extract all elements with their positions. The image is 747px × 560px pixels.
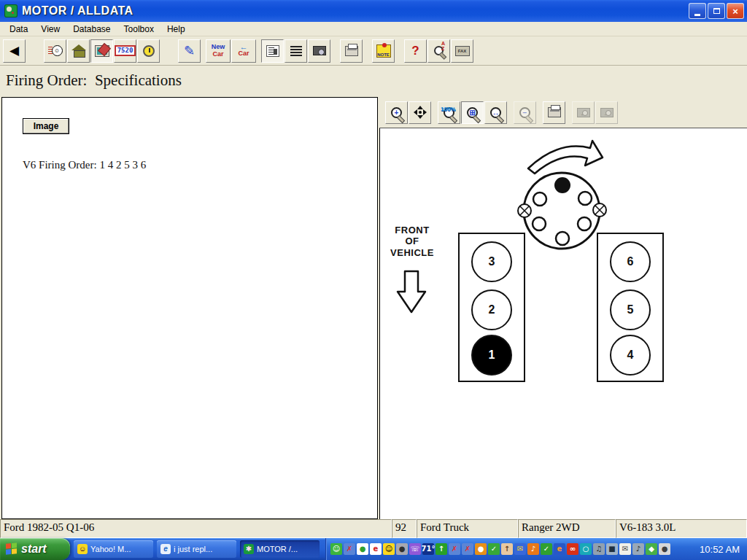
menu-bar: Data View Database Toolbox Help (0, 22, 747, 36)
content-area: Image V6 Firing Order: 1 4 2 5 3 6 + 100… (0, 97, 747, 519)
camera-next-icon: → (600, 108, 614, 117)
weather-71-icon[interactable]: 71° (422, 543, 434, 555)
menu-database[interactable]: Database (66, 23, 117, 36)
printer-icon (548, 107, 561, 117)
status-make: Ford Truck (417, 519, 518, 538)
mascot-button[interactable]: ☺ (44, 39, 66, 63)
camera-icon (313, 46, 326, 55)
hand-pointer-icon[interactable]: ↑ (501, 543, 513, 555)
task-browser[interactable]: e i just repl... (157, 540, 236, 558)
yahoo-smiley-icon[interactable]: ☺ (383, 543, 395, 555)
camera-tray-icon[interactable]: ● (396, 543, 408, 555)
previous-image-button[interactable]: ← (572, 101, 595, 124)
mouse-settings-icon[interactable]: ● (659, 543, 670, 555)
phone-icon[interactable]: ☏ (409, 543, 421, 555)
status-engine: V6-183 3.0L (616, 519, 747, 538)
doc-image-icon (266, 45, 279, 57)
help-button[interactable]: ? (404, 39, 427, 63)
outgoing-mail-icon[interactable]: ✉ (514, 543, 526, 555)
close-button[interactable]: × (727, 3, 744, 19)
garage-button[interactable] (67, 39, 90, 63)
pan-icon (414, 106, 427, 119)
text-lines-icon (290, 46, 302, 56)
image-link-button[interactable]: Image (23, 118, 69, 134)
timer-button[interactable] (137, 39, 160, 63)
fit-page-button[interactable]: ⊞ (461, 101, 484, 124)
speaker-icon[interactable]: ♫ (593, 543, 605, 555)
start-button[interactable]: start (0, 538, 70, 560)
text-pane: Image V6 Firing Order: 1 4 2 5 3 6 (1, 97, 378, 519)
app-icon (4, 4, 18, 18)
menu-view[interactable]: View (34, 23, 66, 36)
firing-order-text: V6 Firing Order: 1 4 2 5 3 6 (23, 159, 146, 171)
upload-icon[interactable]: ↑ (436, 543, 447, 555)
cylinder-3: 3 (471, 241, 512, 282)
status-year: 92 (392, 519, 417, 538)
task-motor-alldata[interactable]: ✱ MOTOR /... (240, 540, 320, 558)
firing-order-diagram: FRONT OF VEHICLE 3 2 1 6 5 4 (379, 128, 747, 519)
buddy-icon[interactable]: ● (357, 543, 368, 555)
audio-mixer-icon[interactable]: ♪ (632, 543, 644, 555)
previous-car-button[interactable]: ← Car (231, 39, 256, 63)
verified-badge-icon[interactable]: ✓ (488, 543, 500, 555)
text-only-view-button[interactable] (285, 39, 307, 63)
notes-button[interactable]: NOTE (372, 39, 395, 63)
garage-icon (71, 44, 86, 50)
zoom-in-button[interactable]: + (385, 101, 408, 124)
menu-data[interactable]: Data (3, 23, 34, 36)
taskbar-clock: 10:52 AM (695, 544, 747, 555)
browser-e-icon[interactable]: e (554, 543, 565, 555)
new-car-button[interactable]: New Car (206, 39, 231, 63)
ebay-icon[interactable]: e (370, 543, 382, 555)
antivirus-shield-icon[interactable]: ✓ (541, 543, 552, 555)
pan-button[interactable] (409, 101, 431, 124)
link-manager-icon[interactable]: ∞ (567, 543, 578, 555)
network-offline2-icon[interactable]: ✗ (449, 543, 460, 555)
mail-icon[interactable]: ✉ (619, 543, 631, 555)
title-bar: MOTOR / ALLDATA × (0, 0, 747, 22)
print-button[interactable] (340, 39, 363, 63)
fit-width-button[interactable]: ↔ (484, 101, 507, 124)
network-offline-icon[interactable]: ✗ (344, 543, 355, 555)
back-button[interactable]: ◀ (3, 39, 26, 63)
display-icon[interactable]: ■ (606, 543, 618, 555)
back-icon: ◀ (9, 44, 19, 57)
status-coverage: Ford 1982-05 Q1-06 (0, 519, 392, 538)
messenger-icon[interactable]: ☺ (330, 543, 342, 555)
network-offline3-icon[interactable]: ✗ (462, 543, 473, 555)
help-icon: ? (411, 44, 419, 58)
previous-car-icon: ← Car (238, 44, 249, 57)
next-image-button[interactable]: → (595, 101, 618, 124)
internet-explorer-icon: e (160, 544, 171, 554)
task-yahoo[interactable]: ☺ Yahoo! M... (74, 540, 153, 558)
diagnostics-button[interactable] (90, 39, 113, 63)
window-title: MOTOR / ALLDATA (22, 4, 689, 18)
image-view-button[interactable] (308, 39, 330, 63)
media-orange-icon[interactable]: ● (475, 543, 487, 555)
camera-prev-icon: ← (577, 108, 590, 117)
page-title: Firing Order: Specifications (6, 71, 182, 90)
estimate-pad-button[interactable]: ✎ (178, 39, 201, 63)
print-image-button[interactable] (543, 101, 565, 124)
volume-orange-icon[interactable]: ♪ (527, 543, 539, 555)
zoom-in-icon: + (391, 107, 402, 118)
restore-button[interactable] (708, 3, 725, 19)
fax-button[interactable]: FAX (451, 39, 473, 63)
windows-logo-icon (6, 542, 18, 556)
front-direction-arrow (398, 271, 425, 312)
search-az-button[interactable]: A Z (427, 39, 450, 63)
zoom-out-button[interactable]: − (514, 101, 536, 124)
fit-page-icon: ⊞ (467, 107, 478, 118)
minimize-button[interactable] (689, 3, 706, 19)
menu-help[interactable]: Help (160, 23, 192, 36)
odometer-button[interactable]: 7520 (114, 39, 136, 63)
menu-toolbox[interactable]: Toolbox (117, 23, 160, 36)
zoom-out-icon: − (519, 107, 530, 118)
clamp-left (518, 204, 531, 217)
new-car-icon: New Car (212, 44, 225, 58)
zoom-100-button[interactable]: 100% (438, 101, 460, 124)
text-image-view-button[interactable] (261, 39, 284, 63)
fit-width-icon: ↔ (490, 107, 501, 118)
quicktime-icon[interactable]: ○ (580, 543, 592, 555)
safely-remove-icon[interactable]: ◆ (646, 543, 657, 555)
